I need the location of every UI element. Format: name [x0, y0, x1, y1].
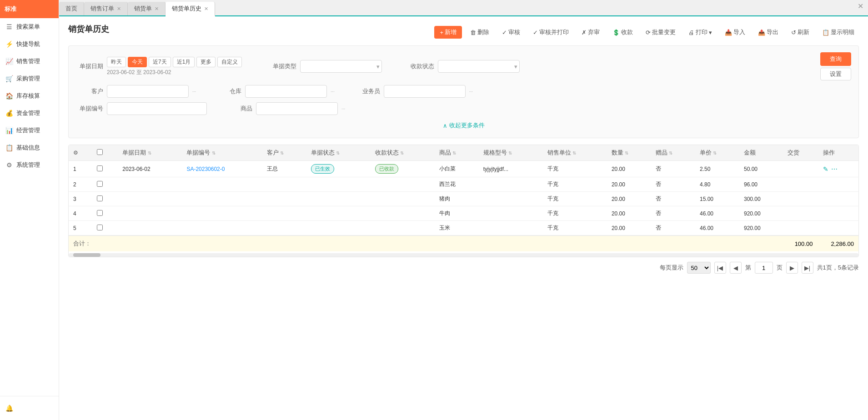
- salesperson-input[interactable]: [384, 85, 466, 98]
- filter-doc-type: 单据类型 ▾: [269, 60, 380, 73]
- row-unit-2: 千克: [543, 192, 607, 206]
- date-range-text: 2023-06-02 至 2023-06-02: [107, 69, 242, 76]
- col-gift[interactable]: 赠品 ⇅: [651, 145, 695, 161]
- sidebar-item-sales-mgmt[interactable]: 📈 销售管理: [0, 53, 59, 70]
- col-pay-status[interactable]: 收款状态 ⇅: [371, 145, 435, 161]
- doc-no-input[interactable]: [107, 102, 207, 115]
- sidebar-item-quick-nav[interactable]: ⚡ 快捷导航: [0, 35, 59, 53]
- tab-sales-delivery[interactable]: 销货单 ✕: [128, 2, 166, 15]
- date-btn-7days[interactable]: 近7天: [149, 57, 171, 67]
- filter-area: 单据日期 昨天 今天 近7天 近1月 更多 自定义 2023-06-02 至 2…: [68, 45, 859, 138]
- scroll-thumb[interactable]: [73, 253, 100, 257]
- review-print-icon: ✓: [533, 29, 538, 36]
- select-all-checkbox[interactable]: [97, 149, 103, 155]
- row-doc-no-1[interactable]: [182, 177, 262, 192]
- page-content: 销货单历史 + 新增 🗑 删除 ✓ 审核 ✓ 审核并打印: [59, 16, 868, 420]
- tab-home[interactable]: 首页: [59, 2, 84, 15]
- per-page-select[interactable]: 50 100 200: [687, 262, 711, 274]
- query-button[interactable]: 查询: [820, 52, 851, 66]
- payment-status-input[interactable]: [438, 60, 520, 73]
- row-num-3: 4: [69, 206, 92, 221]
- delete-button[interactable]: 🗑 删除: [466, 26, 494, 38]
- collapse-button[interactable]: ∧ 收起更多条件: [441, 120, 487, 131]
- row-doc-no-4[interactable]: [182, 221, 262, 235]
- sidebar-item-search-menu[interactable]: ☰ 搜索菜单: [0, 18, 59, 35]
- review-button[interactable]: ✓ 审核: [497, 26, 525, 38]
- doc-type-input[interactable]: [300, 60, 382, 73]
- col-spec[interactable]: 规格型号 ⇅: [479, 145, 543, 161]
- settings-button[interactable]: 设置: [820, 68, 851, 80]
- prev-page-btn[interactable]: ◀: [730, 262, 742, 274]
- col-customer[interactable]: 客户 ⇅: [262, 145, 306, 161]
- date-btn-yesterday[interactable]: 昨天: [107, 57, 126, 67]
- sidebar-item-operations[interactable]: 📊 经营管理: [0, 122, 59, 139]
- first-page-btn[interactable]: |◀: [714, 262, 726, 274]
- row-qty-1: 20.00: [607, 177, 651, 192]
- collapse-icon: ∧: [443, 122, 447, 129]
- tab-sales-order-close[interactable]: ✕: [117, 6, 121, 12]
- tab-sales-delivery-close[interactable]: ✕: [155, 6, 159, 12]
- next-page-btn[interactable]: ▶: [786, 262, 798, 274]
- horizontal-scrollbar[interactable]: [69, 253, 858, 257]
- col-goods[interactable]: 商品 ⇅: [435, 145, 479, 161]
- row-doc-no-0[interactable]: SA-20230602-0: [182, 161, 262, 177]
- export-button[interactable]: 📤 导出: [753, 26, 783, 38]
- sidebar-item-inventory[interactable]: 🏠 库存核算: [0, 87, 59, 105]
- row-checkbox-2[interactable]: [92, 192, 118, 206]
- import-button[interactable]: 📥 导入: [720, 26, 750, 38]
- date-btn-1month[interactable]: 近1月: [173, 57, 195, 67]
- warehouse-input[interactable]: [245, 85, 327, 98]
- print-button[interactable]: 🖨 打印 ▾: [684, 26, 717, 38]
- customer-dots-icon[interactable]: ···: [192, 89, 196, 94]
- row-doc-no-3[interactable]: [182, 206, 262, 221]
- customer-input[interactable]: [107, 85, 189, 98]
- page-number-input[interactable]: [755, 262, 773, 274]
- row-checkbox-3[interactable]: [92, 206, 118, 221]
- goods-input[interactable]: [256, 102, 338, 115]
- col-doc-date[interactable]: 单据日期 ⇅: [118, 145, 182, 161]
- refresh-button[interactable]: ↺ 刷新: [787, 26, 814, 38]
- add-button[interactable]: + 新增: [434, 26, 462, 39]
- last-page-btn[interactable]: ▶|: [802, 262, 813, 274]
- row-checkbox-0[interactable]: [92, 161, 118, 177]
- warehouse-label: 仓库: [214, 87, 241, 95]
- row-qty-2: 20.00: [607, 192, 651, 206]
- tab-sales-history[interactable]: 销货单历史 ✕: [166, 2, 215, 16]
- date-btn-today[interactable]: 今天: [128, 57, 147, 67]
- show-detail-button[interactable]: 📋 显示明细: [818, 26, 859, 38]
- collect-button[interactable]: 💲 收款: [608, 26, 637, 38]
- row-checkbox-1[interactable]: [92, 177, 118, 192]
- col-settings[interactable]: ⚙: [69, 145, 92, 161]
- salesperson-dots-icon[interactable]: ···: [469, 89, 473, 94]
- abandon-button[interactable]: ✗ 弃审: [577, 26, 604, 38]
- sidebar-item-sys-mgmt[interactable]: ⚙ 系统管理: [0, 156, 59, 174]
- col-unit-price[interactable]: 单价 ⇅: [695, 145, 739, 161]
- row-doc-status-4: [306, 221, 371, 235]
- col-unit[interactable]: 销售单位 ⇅: [543, 145, 607, 161]
- review-print-button[interactable]: ✓ 审核并打印: [528, 26, 573, 38]
- row-amount-2: 300.00: [739, 192, 783, 206]
- date-btn-more[interactable]: 更多: [196, 57, 216, 67]
- batch-change-button[interactable]: ⟳ 批量变更: [641, 26, 680, 38]
- date-btn-custom[interactable]: 自定义: [217, 57, 242, 67]
- goods-dots-icon[interactable]: ···: [341, 106, 345, 111]
- window-close-btn[interactable]: ✕: [858, 2, 863, 10]
- col-qty[interactable]: 数量 ⇅: [607, 145, 651, 161]
- sidebar-item-finance[interactable]: 💰 资金管理: [0, 105, 59, 122]
- warehouse-dots-icon[interactable]: ···: [331, 89, 334, 94]
- col-checkbox[interactable]: [92, 145, 118, 161]
- more-icon[interactable]: ⋯: [831, 165, 838, 173]
- tab-sales-history-close[interactable]: ✕: [204, 6, 208, 12]
- total-amount: 2,286.00: [831, 240, 854, 247]
- sidebar-item-purchase-mgmt[interactable]: 🛒 采购管理: [0, 70, 59, 87]
- sidebar-bottom-item1[interactable]: 🔔: [0, 400, 59, 416]
- col-doc-status[interactable]: 单据状态 ⇅: [306, 145, 371, 161]
- tab-sales-order[interactable]: 销售订单 ✕: [84, 2, 128, 15]
- page-label: 第: [745, 264, 751, 272]
- col-doc-no[interactable]: 单据编号 ⇅: [182, 145, 262, 161]
- row-goods-1: 西兰花: [435, 177, 479, 192]
- row-doc-no-2[interactable]: [182, 192, 262, 206]
- row-checkbox-4[interactable]: [92, 221, 118, 235]
- sidebar-item-basic-info[interactable]: 📋 基础信息: [0, 139, 59, 156]
- edit-icon[interactable]: ✎: [823, 165, 828, 173]
